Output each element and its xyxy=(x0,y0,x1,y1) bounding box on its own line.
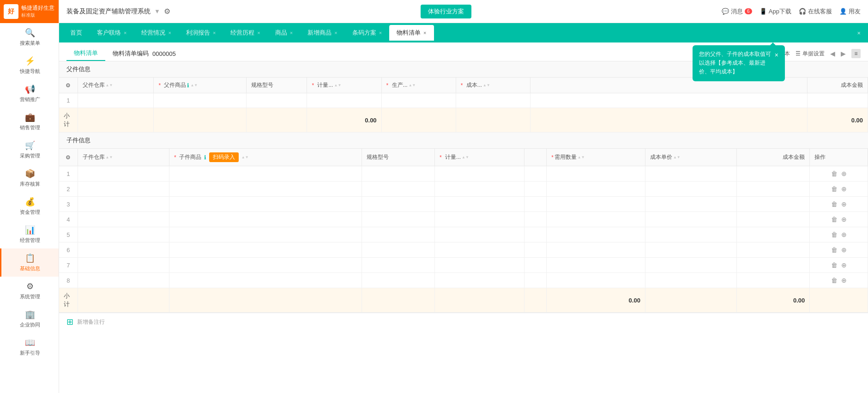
sidebar-item-inventory[interactable]: 📦 库存核算 xyxy=(0,164,59,192)
tab-close-icon[interactable]: × xyxy=(124,30,127,36)
child-unit-cost-cell[interactable] xyxy=(645,242,737,258)
tooltip-close-button[interactable]: × xyxy=(775,50,778,60)
child-unit-cell[interactable] xyxy=(435,273,524,288)
sort-arrows[interactable]: ▲▼ xyxy=(462,155,469,159)
tab-close-icon[interactable]: × xyxy=(213,30,216,36)
delete-icon[interactable]: 🗑 xyxy=(831,246,838,254)
delete-icon[interactable]: 🗑 xyxy=(831,231,838,238)
copy-icon[interactable]: ⊕ xyxy=(841,261,847,269)
child-warehouse-cell[interactable] xyxy=(78,258,169,273)
delete-icon[interactable]: 🗑 xyxy=(831,216,838,223)
child-spec-cell[interactable] xyxy=(362,181,435,197)
tab-new-product[interactable]: 新增商品 × xyxy=(300,25,344,41)
parent-cost-cell[interactable] xyxy=(456,93,530,108)
single-settings-action[interactable]: ☰ 单据设置 xyxy=(796,50,825,58)
child-qty-cell[interactable] xyxy=(547,258,645,273)
delete-icon[interactable]: 🗑 xyxy=(831,170,838,177)
parent-product-cell[interactable] xyxy=(154,93,247,108)
child-unit-cell[interactable] xyxy=(435,242,524,258)
sidebar-item-purchase[interactable]: 🛒 采购管理 xyxy=(0,136,59,164)
child-unit-cell[interactable] xyxy=(435,197,524,212)
child-warehouse-cell[interactable] xyxy=(78,273,169,288)
tab-operations[interactable]: 经营情况 × xyxy=(134,25,178,41)
sort-arrows[interactable]: ▲▼ xyxy=(578,155,585,159)
copy-icon[interactable]: ⊕ xyxy=(841,185,847,193)
child-warehouse-cell[interactable] xyxy=(78,242,169,258)
tab-close-icon[interactable]: × xyxy=(334,30,337,36)
child-spec-cell[interactable] xyxy=(362,197,435,212)
parent-col-settings[interactable]: ⚙ xyxy=(59,78,78,93)
tab-close-icon[interactable]: × xyxy=(168,30,171,36)
child-product-cell[interactable] xyxy=(169,197,362,212)
tab-close-icon[interactable]: × xyxy=(379,30,382,36)
tab-close-icon[interactable]: × xyxy=(257,30,260,36)
copy-icon[interactable]: ⊕ xyxy=(841,231,847,238)
copy-icon[interactable]: ⊕ xyxy=(841,216,847,223)
online-service-item[interactable]: 🎧 在线客服 xyxy=(799,7,832,16)
sidebar-item-marketing[interactable]: 📢 营销推广 xyxy=(0,79,59,108)
sort-arrows[interactable]: ▲▼ xyxy=(673,155,681,159)
parent-unit-cell[interactable] xyxy=(307,93,381,108)
settings-icon[interactable]: ⚙ xyxy=(164,7,170,16)
sidebar-item-basic-info[interactable]: 📋 基础信息 xyxy=(0,248,59,277)
child-qty-cell[interactable] xyxy=(547,227,645,242)
child-warehouse-cell[interactable] xyxy=(78,181,169,197)
tab-close-icon[interactable]: × xyxy=(290,30,293,36)
delete-icon[interactable]: 🗑 xyxy=(831,185,838,193)
tab-close-icon[interactable]: × xyxy=(423,30,426,36)
copy-icon[interactable]: ⊕ xyxy=(841,277,847,284)
child-unit-cell[interactable] xyxy=(435,181,524,197)
sort-arrows[interactable]: ▲▼ xyxy=(241,155,249,159)
child-spec-cell[interactable] xyxy=(362,227,435,242)
child-qty-cell[interactable] xyxy=(547,273,645,288)
message-item[interactable]: 💬 消息 6 xyxy=(722,7,752,16)
tab-bom[interactable]: 物料清单 × xyxy=(389,25,434,41)
child-spec-cell[interactable] xyxy=(362,166,435,181)
child-unit-cost-cell[interactable] xyxy=(645,273,737,288)
child-spec-cell[interactable] xyxy=(362,273,435,288)
prev-arrow[interactable]: ◀ xyxy=(830,50,835,57)
sort-arrows[interactable]: ▲▼ xyxy=(106,83,113,87)
tab-profit[interactable]: 利润报告 × xyxy=(179,25,223,41)
copy-icon[interactable]: ⊕ xyxy=(841,170,847,177)
sort-arrows[interactable]: ▲▼ xyxy=(106,155,113,159)
sidebar-item-search[interactable]: 🔍 搜索菜单 xyxy=(0,23,59,51)
child-unit-cell[interactable] xyxy=(435,166,524,181)
child-warehouse-cell[interactable] xyxy=(78,212,169,227)
close-all-tabs[interactable]: × xyxy=(853,30,864,36)
parent-warehouse-cell[interactable] xyxy=(78,93,154,108)
child-qty-cell[interactable] xyxy=(547,242,645,258)
child-qty-cell[interactable] xyxy=(547,197,645,212)
add-row-label[interactable]: 新增备注行 xyxy=(77,318,105,326)
child-product-cell[interactable] xyxy=(169,258,362,273)
child-product-cell[interactable] xyxy=(169,166,362,181)
child-product-cell[interactable] xyxy=(169,273,362,288)
dropdown-arrow[interactable]: ▼ xyxy=(154,8,160,15)
tab-home[interactable]: 首页 xyxy=(63,25,90,41)
sort-arrows[interactable]: ▲▼ xyxy=(190,83,198,87)
sub-tab-bom-list[interactable]: 物料清单 xyxy=(66,46,105,61)
child-warehouse-cell[interactable] xyxy=(78,166,169,181)
child-unit-cost-cell[interactable] xyxy=(645,166,737,181)
sort-arrows[interactable]: ▲▼ xyxy=(334,83,341,87)
sidebar-item-guide[interactable]: 📖 新手引导 xyxy=(0,333,59,361)
child-spec-cell[interactable] xyxy=(362,258,435,273)
sort-arrows[interactable]: ▲▼ xyxy=(409,83,416,87)
table-view-icon[interactable]: ≡ xyxy=(851,49,861,58)
sidebar-item-finance[interactable]: 💰 资金管理 xyxy=(0,192,59,220)
delete-icon[interactable]: 🗑 xyxy=(831,261,838,269)
sidebar-item-operations[interactable]: 📊 经营管理 xyxy=(0,220,59,248)
child-qty-cell[interactable] xyxy=(547,181,645,197)
child-warehouse-cell[interactable] xyxy=(78,197,169,212)
child-unit-cell[interactable] xyxy=(435,212,524,227)
user-item[interactable]: 👤 用友 xyxy=(839,7,861,16)
child-spec-cell[interactable] xyxy=(362,212,435,227)
tab-products[interactable]: 商品 × xyxy=(268,25,300,41)
sidebar-item-enterprise[interactable]: 🏢 企业协同 xyxy=(0,305,59,333)
child-product-cell[interactable] xyxy=(169,242,362,258)
child-warehouse-cell[interactable] xyxy=(78,227,169,242)
child-unit-cost-cell[interactable] xyxy=(645,258,737,273)
child-unit-cost-cell[interactable] xyxy=(645,181,737,197)
sidebar-item-sales[interactable]: 💼 销售管理 xyxy=(0,108,59,136)
copy-icon[interactable]: ⊕ xyxy=(841,246,847,254)
